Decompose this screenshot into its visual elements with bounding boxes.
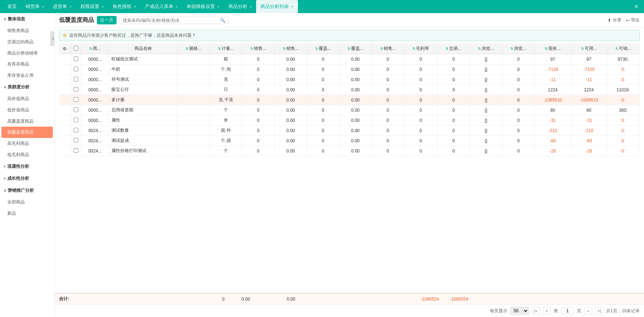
row-browse1[interactable]: 0 <box>470 95 502 105</box>
row-browse1[interactable]: 0 <box>470 105 502 115</box>
coverage2-column-header[interactable]: ⇅覆盖... <box>339 43 372 54</box>
sidebar-section-circulation[interactable]: > 流通性分析 <box>0 161 54 173</box>
row-checkbox[interactable] <box>71 126 81 136</box>
row-checkbox[interactable] <box>71 95 81 105</box>
row-select-checkbox[interactable] <box>74 97 78 102</box>
row-checkbox[interactable] <box>71 75 81 85</box>
sidebar-item-high-coverage[interactable]: 高覆盖度商品 <box>0 116 54 127</box>
date-filter-month[interactable]: 近一月 <box>97 16 117 24</box>
close-icon[interactable]: × <box>250 4 252 9</box>
row-select-checkbox[interactable] <box>74 107 78 112</box>
sellable-column-header[interactable]: ⇅可销... <box>607 43 639 54</box>
row-select-checkbox[interactable] <box>74 87 78 92</box>
sidebar-section-general[interactable]: ∨ 整体信息 <box>0 13 54 25</box>
sidebar-item-new-goods[interactable]: 新品 <box>0 208 54 219</box>
row-select-checkbox[interactable] <box>74 128 78 132</box>
search-input[interactable] <box>123 18 220 23</box>
sidebar-section-marketing[interactable]: ∨ 营销推广分析 <box>0 185 54 197</box>
sidebar-item-inventory-goods[interactable]: 有库存商品 <box>0 59 54 70</box>
close-all-tabs-button[interactable]: × <box>631 3 641 11</box>
current-column-header[interactable]: ⇅现有... <box>535 43 571 54</box>
unit-column-header[interactable]: ⇅计量... <box>210 43 242 54</box>
available-column-header[interactable]: ⇅可用... <box>571 43 607 54</box>
table-row: 0000... 属性 米 0 0.00 0 0.00 0 0 0 0 0 -31… <box>59 115 640 126</box>
code-column-header[interactable]: ⇅商... <box>81 43 109 54</box>
close-icon[interactable]: × <box>102 4 104 9</box>
sidebar-item-traded-goods[interactable]: 交易过的商品 <box>0 36 54 48</box>
sidebar-section-cluster[interactable]: ∨ 类群度分析 <box>0 81 54 93</box>
row-browse1[interactable]: 0 <box>470 115 502 126</box>
settings-column-header[interactable]: ⚙ <box>59 43 71 54</box>
search-box[interactable]: 🔍 <box>119 17 229 24</box>
row-checkbox[interactable] <box>71 85 81 95</box>
row-checkbox[interactable] <box>71 136 81 146</box>
sidebar-item-inventory-capital[interactable]: 库存资金占用 <box>0 70 54 81</box>
page-size-select[interactable]: 50 100 200 <box>510 307 529 315</box>
export-button[interactable]: ↩ 导出 <box>626 17 640 23</box>
coverage1-column-header[interactable]: ⇅覆盖... <box>307 43 339 54</box>
row-select-checkbox[interactable] <box>74 138 78 143</box>
row-sellable: 360: <box>607 105 639 115</box>
nav-tab-sales[interactable]: 销货单 × <box>21 0 48 13</box>
row-browse1[interactable]: 0 <box>470 75 502 85</box>
row-browse1[interactable]: 0 <box>470 64 502 75</box>
close-icon[interactable]: × <box>69 4 71 9</box>
sidebar-item-high-margin[interactable]: 高毛利商品 <box>0 138 54 149</box>
row-checkbox[interactable] <box>71 105 81 115</box>
nav-tab-permission[interactable]: 权限设置 × <box>76 0 108 13</box>
share-button[interactable]: ⬆ 分享 <box>608 17 621 23</box>
sidebar-item-high-value[interactable]: 高价值商品 <box>0 93 54 104</box>
row-checkbox[interactable] <box>71 54 81 64</box>
row-browse1[interactable]: 0 <box>470 54 502 64</box>
close-icon[interactable]: × <box>176 4 178 9</box>
row-select-checkbox[interactable] <box>74 118 78 122</box>
row-checkbox[interactable] <box>71 146 81 156</box>
sales-other-column-header[interactable]: ⇅销售... <box>372 43 404 54</box>
nav-tab-role[interactable]: 角色授权 × <box>108 0 140 13</box>
row-browse1[interactable]: 0 <box>470 136 502 146</box>
gross-margin-column-header[interactable]: ⇅毛利率 <box>404 43 437 54</box>
nav-tab-template[interactable]: 单据模板设置 × <box>182 0 224 13</box>
close-icon[interactable]: × <box>217 4 219 9</box>
last-page-button[interactable]: >| <box>595 307 603 315</box>
first-page-button[interactable]: |< <box>532 307 540 315</box>
nav-tab-home[interactable]: 首页 <box>3 0 21 13</box>
settings-icon[interactable]: ⚙ <box>63 46 67 51</box>
browse1-column-header[interactable]: ⇅浏览... <box>470 43 502 54</box>
page-input[interactable] <box>561 307 574 314</box>
row-select-checkbox[interactable] <box>74 77 78 82</box>
next-page-button[interactable]: > <box>584 307 592 315</box>
checkbox-column-header[interactable] <box>71 43 81 54</box>
select-all-checkbox[interactable] <box>74 46 78 51</box>
row-select-checkbox[interactable] <box>74 67 78 71</box>
nav-tab-purchase[interactable]: 进货单 × <box>48 0 76 13</box>
sales-amount-column-header[interactable]: ⇅销售... <box>274 43 307 54</box>
close-icon[interactable]: × <box>291 4 293 9</box>
prev-page-button[interactable]: < <box>543 307 551 315</box>
sidebar-item-low-margin[interactable]: 低毛利商品 <box>0 149 54 161</box>
close-icon[interactable]: × <box>134 4 136 9</box>
row-checkbox[interactable] <box>71 115 81 126</box>
row-select-checkbox[interactable] <box>74 56 78 61</box>
browse2-column-header[interactable]: ⇅浏览... <box>502 43 535 54</box>
content-area: 低覆盖度商品 近一月 🔍 ⬆ 分享 ↩ 导出 ✿ 这些商品只有很少客户购买过，是… <box>55 13 644 317</box>
sidebar-item-sales-goods[interactable]: 销售类商品 <box>0 25 54 36</box>
sales-count-column-header[interactable]: ⇅销售... <box>242 43 274 54</box>
row-browse1[interactable]: 0 <box>470 126 502 136</box>
nav-tab-goods-analysis-list[interactable]: 商品分析列表 × <box>256 0 298 13</box>
row-select-checkbox[interactable] <box>74 148 78 153</box>
sidebar-item-category-rate[interactable]: 商品分类动销率 <box>0 48 54 59</box>
sidebar-item-low-value[interactable]: 低价值商品 <box>0 104 54 116</box>
close-icon[interactable]: × <box>42 4 44 9</box>
nav-tab-inventory[interactable]: 产成品入库单 × <box>141 0 182 13</box>
spec-column-header[interactable]: ⇅规格... <box>177 43 210 54</box>
sidebar-item-low-coverage[interactable]: 低覆盖度商品 <box>1 127 53 138</box>
nav-tab-goods-analysis[interactable]: 商品分析 × <box>224 0 256 13</box>
sidebar-section-growth[interactable]: > 成长性分析 <box>0 173 54 185</box>
row-checkbox[interactable] <box>71 64 81 75</box>
sidebar-collapse-button[interactable]: « <box>50 31 55 46</box>
sidebar-item-all-goods[interactable]: 全部商品 <box>0 197 54 208</box>
row-browse1[interactable]: 0 <box>470 85 502 95</box>
row-browse1[interactable]: 0 <box>470 146 502 156</box>
transaction-column-header[interactable]: ⇅交易... <box>437 43 470 54</box>
